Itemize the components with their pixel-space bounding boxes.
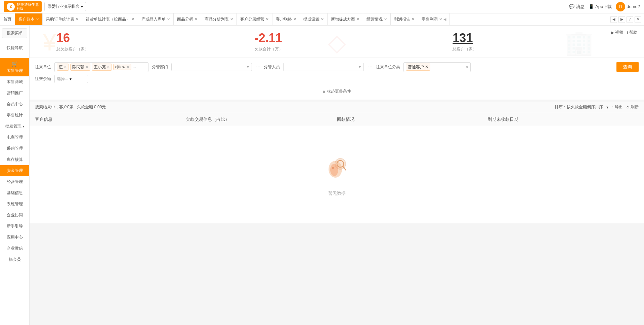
sidebar-item-purchase[interactable]: 采购管理 (0, 143, 29, 154)
sidebar: 搜索菜单 快捷导航 🛒 零售管理 零售商城 营销推广 会员中心 零售统计 批发管 (0, 26, 30, 325)
retail-icon: 🛒 (11, 61, 18, 67)
help-link[interactable]: ℹ 帮助 (627, 30, 637, 35)
balance-filter-select[interactable]: 选择... ▾ (54, 75, 88, 83)
close-icon[interactable]: ✕ (107, 65, 110, 69)
category-filter[interactable]: 普通客户 ✕ ▾ (403, 62, 471, 72)
tab-purchase[interactable]: 采购订单统计表 ✕ (43, 13, 82, 26)
message-action[interactable]: 💬 消息 (569, 4, 585, 10)
sidebar-item-app-center[interactable]: 应用中心 (0, 232, 29, 243)
close-icon[interactable]: ✕ (293, 17, 296, 22)
stat-label-customers: 总欠款客户（家） (56, 46, 89, 52)
play-icon: ▶ (611, 30, 614, 35)
sidebar-item-wholesale[interactable]: 批发管理 ▾ (0, 121, 29, 132)
filter-tag-wang[interactable]: 王小亮 ✕ (92, 64, 112, 71)
close-icon[interactable]: ✕ (439, 17, 442, 22)
person-filter-dots[interactable]: ··· (368, 64, 372, 70)
export-button[interactable]: ↑ 导出 (612, 104, 623, 110)
refresh-button[interactable]: ↻ 刷新 (626, 104, 639, 110)
empty-text: 暂无数据 (328, 190, 346, 196)
tab-home[interactable]: 首页 (0, 13, 15, 26)
nav-close-all-btn[interactable]: ✕ (635, 16, 641, 23)
nav-prev-btn[interactable]: ◀ (610, 16, 617, 23)
filter-tag-wu[interactable]: 伍 ✕ (57, 64, 69, 71)
dept-filter-select[interactable]: ▾ (171, 63, 252, 71)
sidebar-item-enterprise[interactable]: 企业协同 (0, 210, 29, 221)
close-icon[interactable]: ✕ (36, 17, 39, 22)
close-icon[interactable]: ✕ (195, 17, 198, 22)
logo-area[interactable]: ¥ 畅捷通好生意 标版 (4, 1, 42, 12)
unit-filter-tags[interactable]: 伍 ✕ 陈民强 ✕ 王小亮 ✕ cjttcw ✕ ··· (54, 62, 148, 72)
sidebar-item-retail[interactable]: 🛒 零售管理 (0, 58, 29, 76)
close-icon[interactable]: ✕ (85, 65, 88, 69)
nav-next-btn[interactable]: ▶ (618, 16, 625, 23)
close-icon[interactable]: ✕ (167, 17, 170, 22)
close-icon[interactable]: ✕ (384, 17, 387, 22)
tab-inventory[interactable]: 进货单统计表（按商品） ✕ (82, 13, 138, 26)
person-filter-select[interactable]: ▾ (283, 63, 364, 71)
tab-new-commission[interactable]: 新增提成方案 ✕ (328, 13, 363, 26)
close-icon[interactable]: ✕ (425, 65, 428, 69)
tab-commission[interactable]: 提成设置 ✕ (300, 13, 328, 26)
sidebar-item-finance[interactable]: 资金管理 (0, 165, 29, 176)
close-icon[interactable]: ✕ (356, 17, 359, 22)
close-icon[interactable]: ✕ (64, 65, 67, 69)
export-icon: ↑ (612, 105, 614, 110)
results-count: 搜索结果中，客户0家 (35, 104, 74, 110)
query-button[interactable]: 查询 (616, 62, 639, 72)
message-icon: 💬 (569, 4, 574, 9)
person-filter-label: 分管人员 (264, 64, 280, 70)
search-menu-button[interactable]: 搜索菜单 (2, 28, 27, 38)
sidebar-item-retail-stats[interactable]: 零售统计 (0, 110, 29, 121)
close-icon[interactable]: ✕ (230, 17, 233, 22)
sidebar-item-operations[interactable]: 经营管理 (0, 176, 29, 187)
close-icon[interactable]: ✕ (131, 17, 134, 22)
logo-icon: ¥ (7, 3, 15, 11)
tab-goods-analysis[interactable]: 商品分析 ✕ (174, 13, 201, 26)
user-menu[interactable]: D demo2 (616, 2, 640, 11)
sidebar-item-inventory[interactable]: 库存核算 (0, 154, 29, 165)
close-icon[interactable]: ✕ (266, 17, 269, 22)
tab-retail-profit[interactable]: 零售利润 ✕ ◀ (418, 13, 450, 26)
table-header: 客户信息 欠款交易信息（占比） 回款情况 到期未收款日期 (30, 113, 644, 126)
chevron-down-icon[interactable]: ▾ (606, 105, 608, 110)
tab-production[interactable]: 产成品入库单 ✕ (138, 13, 174, 26)
sidebar-item-quick-nav[interactable]: 快捷导航 (0, 43, 29, 53)
tab-goods-list[interactable]: 商品分析列表 ✕ (201, 13, 237, 26)
close-icon[interactable]: ✕ (321, 17, 324, 22)
sidebar-quick-nav: 快捷导航 (0, 41, 29, 55)
account-selector[interactable]: 母婴行业演示帐套 ▾ (44, 2, 86, 11)
sidebar-item-vip[interactable]: 畅会员 (0, 254, 29, 265)
tab-profit[interactable]: 利润报告 ✕ (391, 13, 418, 26)
close-icon[interactable]: ✕ (412, 17, 415, 22)
sidebar-item-marketing[interactable]: 营销推广 (0, 87, 29, 99)
close-icon[interactable]: ✕ (76, 17, 79, 22)
empty-state: 暂无数据 (30, 126, 644, 223)
collapse-button[interactable]: ∧ 收起更多条件 (321, 87, 352, 96)
tab-accounts[interactable]: 客户账本 ✕ (15, 13, 43, 26)
filter-tag-chen[interactable]: 陈民强 ✕ (70, 64, 90, 71)
logo-text: 畅捷通好生意 标版 (17, 2, 39, 11)
top-bar-left: ¥ 畅捷通好生意 标版 母婴行业演示帐套 ▾ (4, 1, 86, 12)
sidebar-item-wechat[interactable]: 企业微信 (0, 243, 29, 254)
sidebar-item-retail-mall[interactable]: 零售商城 (0, 76, 29, 87)
filter-more-btn[interactable]: ··· (133, 65, 136, 69)
unit-filter-label: 往来单位 (35, 64, 51, 70)
sidebar-item-basic-info[interactable]: 基础信息 (0, 187, 29, 198)
sidebar-item-guide[interactable]: 新手引导 (0, 221, 29, 232)
dept-filter-dots[interactable]: ··· (256, 64, 260, 70)
tab-customer-tier[interactable]: 客户分层经营 ✕ (237, 13, 272, 26)
category-tag-normal[interactable]: 普通客户 ✕ (406, 64, 430, 71)
chevron-up-icon: ∧ (323, 89, 326, 94)
sidebar-item-ecommerce[interactable]: 电商管理 (0, 132, 29, 143)
tab-customer-contact[interactable]: 客户联络 ✕ (272, 13, 300, 26)
nav-expand-btn[interactable]: ⤢ (627, 16, 633, 23)
sidebar-section: 🛒 零售管理 零售商城 营销推广 会员中心 零售统计 批发管理 ▾ 电商管理 (0, 55, 29, 268)
filter-tag-cjttcw[interactable]: cjttcw ✕ (113, 64, 131, 70)
video-link[interactable]: ▶ 视频 (611, 30, 623, 35)
close-icon[interactable]: ✕ (126, 65, 129, 69)
sidebar-item-system[interactable]: 系统管理 (0, 198, 29, 210)
tab-operations[interactable]: 经营情况 ✕ (363, 13, 391, 26)
sidebar-item-member[interactable]: 会员中心 (0, 99, 29, 110)
app-download-action[interactable]: 📱 App下载 (589, 4, 612, 10)
results-bar-left: 搜索结果中，客户0家 欠款金额 0.00元 (35, 104, 106, 110)
